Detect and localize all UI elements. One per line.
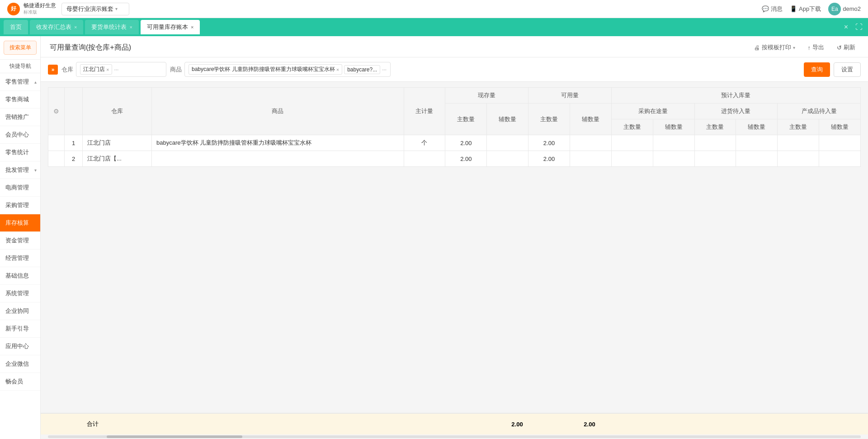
sidebar-item-enterprise-label: 企业协同 — [5, 307, 29, 315]
quick-nav-button[interactable]: 快捷导航 — [0, 60, 40, 73]
cell-avail-sub-1 — [570, 151, 611, 167]
main-layout: 搜索菜单 快捷导航 零售管理 ▴ 零售商城 营销推广 会员中心 零售统计 批发管… — [0, 36, 868, 439]
sidebar-item-purchase[interactable]: 采购管理 — [0, 197, 40, 214]
sidebar-item-enterprise[interactable]: 企业协同 — [0, 302, 40, 320]
tab-receive-pay[interactable]: 收发存汇总表 × — [30, 20, 83, 34]
tab-order-stat-close[interactable]: × — [129, 24, 132, 30]
sidebar-item-member2[interactable]: 畅会员 — [0, 373, 40, 391]
message-button[interactable]: 💬 消息 — [762, 5, 783, 13]
warehouse-tag-remove[interactable]: × — [106, 67, 109, 72]
sidebar-item-operations[interactable]: 经营管理 — [0, 250, 40, 267]
col-header-stock-main: 主数量 — [445, 104, 487, 135]
sidebar-item-system[interactable]: 系统管理 — [0, 285, 40, 302]
col-header-unit: 主计量 — [404, 88, 445, 135]
footer-label: 合计 — [82, 417, 137, 431]
tab-avail-stock-close[interactable]: × — [191, 24, 193, 30]
industry-selector[interactable]: 母婴行业演示账套 ▾ — [61, 3, 129, 15]
sidebar-item-retail-stat[interactable]: 零售统计 — [0, 144, 40, 161]
logo-icon: 好 — [7, 3, 20, 15]
col-header-incoming-sub: 辅数量 — [736, 119, 778, 135]
app-download-button[interactable]: 📱 App下载 — [790, 5, 821, 13]
query-button[interactable]: 查询 — [804, 62, 830, 77]
filter-expand-button[interactable]: » — [48, 65, 58, 75]
sidebar-item-inventory[interactable]: 库存核算 — [0, 214, 40, 232]
page-header: 可用量查询(按仓库+商品) 🖨 按模板打印 ▾ ↑ 导出 ↺ 刷新 — [41, 36, 868, 57]
cell-purchase-sub-0 — [653, 135, 694, 151]
warehouse-tag-text: 江北门店 — [83, 66, 105, 73]
window-close-button[interactable]: × — [842, 23, 850, 31]
print-icon: 🖨 — [754, 44, 760, 51]
sidebar-item-weixin-label: 企业微信 — [5, 360, 29, 368]
sidebar-item-marketing-label: 营销推广 — [5, 113, 29, 121]
cell-stock-main-1: 2.00 — [445, 151, 487, 167]
sidebar-item-ecommerce[interactable]: 电商管理 — [0, 179, 40, 197]
refresh-label: 刷新 — [844, 43, 855, 52]
sidebar-item-member2-label: 畅会员 — [5, 378, 23, 386]
sidebar-item-weixin[interactable]: 企业微信 — [0, 355, 40, 373]
logo-text-group: 畅捷通好生意 标准版 — [24, 2, 56, 16]
footer-avail-main: 2.00 — [571, 417, 608, 431]
sidebar-item-appstore[interactable]: 应用中心 — [0, 338, 40, 355]
sidebar-item-retail-mall[interactable]: 零售商城 — [0, 91, 40, 109]
cell-avail-sub-0 — [570, 135, 611, 151]
tab-avail-stock[interactable]: 可用量库存账本 × — [141, 20, 200, 34]
sidebar-item-member[interactable]: 会员中心 — [0, 126, 40, 144]
table-settings-icon[interactable]: ⚙ — [53, 108, 59, 115]
col-header-product: 商品 — [152, 88, 404, 135]
col-header-incoming-main: 主数量 — [694, 119, 736, 135]
sidebar-item-zero-retail-label: 零售管理 — [5, 78, 29, 86]
product-tag-2: babycare?... — [344, 65, 380, 74]
user-profile[interactable]: Ea demo2 — [828, 3, 861, 15]
settings-button[interactable]: 设置 — [834, 62, 861, 77]
sidebar-item-marketing[interactable]: 营销推广 — [0, 109, 40, 126]
cell-warehouse-1: 江北门店【... — [83, 151, 152, 167]
sidebar-item-finance-label: 资金管理 — [5, 236, 29, 245]
logo-area: 好 畅捷通好生意 标准版 — [7, 2, 56, 16]
sidebar-item-zero-retail[interactable]: 零售管理 ▴ — [0, 73, 40, 91]
cell-production-sub-1 — [819, 151, 861, 167]
tab-home-label: 首页 — [10, 23, 22, 31]
scroll-thumb[interactable] — [107, 435, 242, 438]
table-wrapper[interactable]: ⚙ 仓库 商品 主计量 现存量 可用量 预计入库量 主数量 辅数量 主数量 — [41, 82, 868, 413]
product-tag-1-remove[interactable]: × — [336, 67, 339, 72]
cell-stock-sub-1 — [487, 151, 528, 167]
bottom-scrollbar[interactable] — [41, 434, 868, 439]
table-row: 1 江北门店 babycare学饮杯 儿童防摔防撞吸管杯重力球吸嘴杯宝宝水杯 个… — [48, 135, 861, 151]
export-icon: ↑ — [808, 44, 811, 51]
message-label: 消息 — [771, 5, 783, 13]
search-menu-button[interactable]: 搜索菜单 — [4, 41, 37, 55]
col-header-planned-group: 预计入库量 — [611, 88, 860, 104]
sidebar-item-newbie[interactable]: 新手引导 — [0, 320, 40, 338]
refresh-button[interactable]: ↺ 刷新 — [833, 42, 859, 53]
product-ellipsis[interactable]: ··· — [382, 66, 387, 73]
tab-order-stat[interactable]: 要货单统计表 × — [85, 20, 138, 34]
cell-unit-1 — [404, 151, 445, 167]
col-header-num — [65, 88, 83, 135]
cell-production-main-1 — [778, 151, 819, 167]
col-header-avail-group: 可用量 — [528, 88, 612, 104]
warehouse-input[interactable]: 江北门店 × ··· — [76, 62, 166, 77]
cell-incoming-main-1 — [694, 151, 736, 167]
print-label: 按模板打印 — [762, 43, 791, 52]
table-row: 2 江北门店【... 2.00 2.00 — [48, 151, 861, 167]
topbar-left: 好 畅捷通好生意 标准版 母婴行业演示账套 ▾ — [7, 2, 129, 16]
col-header-purchase-group: 采购在途量 — [611, 104, 694, 119]
sidebar-item-basic-label: 基础信息 — [5, 272, 29, 280]
warehouse-ellipsis[interactable]: ··· — [114, 66, 118, 73]
cell-num-1: 2 — [65, 151, 83, 167]
product-input[interactable]: babycare学饮杯 儿童防摔防撞吸管杯重力球吸嘴杯宝宝水杯 × babyca… — [184, 62, 391, 77]
tab-receive-pay-close[interactable]: × — [74, 24, 77, 30]
window-maximize-button[interactable]: ⛶ — [854, 23, 864, 31]
filter-actions: 查询 设置 — [804, 62, 861, 77]
export-button[interactable]: ↑ 导出 — [804, 42, 828, 53]
sidebar-item-wholesale[interactable]: 批发管理 ▾ — [0, 161, 40, 179]
sidebar-item-retail-stat-label: 零售统计 — [5, 148, 29, 156]
sidebar-item-finance[interactable]: 资金管理 — [0, 232, 40, 250]
print-button[interactable]: 🖨 按模板打印 ▾ — [750, 42, 799, 53]
cell-production-sub-0 — [819, 135, 861, 151]
sidebar-search-section: 搜索菜单 — [0, 36, 40, 60]
cell-settings-1 — [48, 151, 65, 167]
sidebar-item-newbie-label: 新手引导 — [5, 325, 29, 333]
sidebar-item-basic[interactable]: 基础信息 — [0, 267, 40, 285]
tab-home[interactable]: 首页 — [4, 20, 28, 34]
